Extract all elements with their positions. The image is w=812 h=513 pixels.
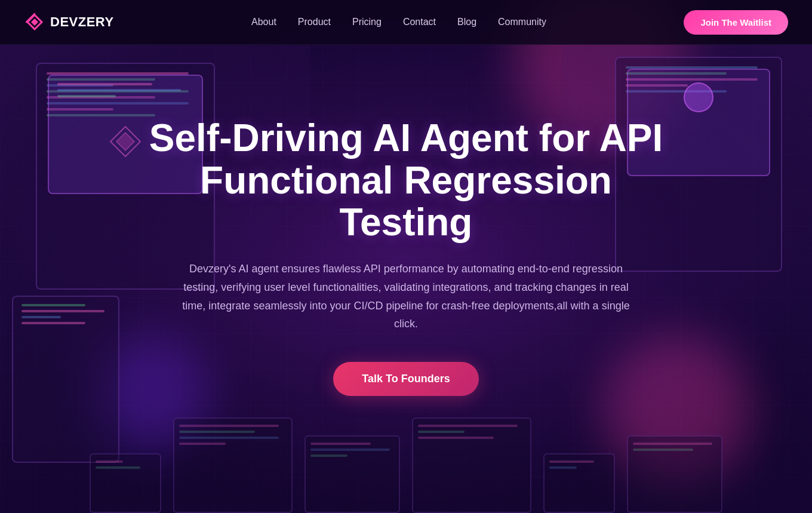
logo[interactable]: DEVZERY xyxy=(24,11,114,33)
nav-link-pricing[interactable]: Pricing xyxy=(352,17,382,27)
join-waitlist-button[interactable]: Join The Waitlist xyxy=(684,10,788,35)
nav-link-community[interactable]: Community xyxy=(498,17,546,27)
navbar: DEVZERY About Product Pricing Contact Bl… xyxy=(0,0,812,45)
nav-link-about[interactable]: About xyxy=(251,17,276,27)
monitor-row xyxy=(0,394,812,513)
talk-to-founders-button[interactable]: Talk To Founders xyxy=(333,362,478,396)
monitor-small-1 xyxy=(90,453,161,513)
logo-text: DEVZERY xyxy=(50,14,114,30)
monitor-medium-2 xyxy=(627,435,722,513)
hero-section: Self-Driving AI Agent for API Functional… xyxy=(0,0,812,513)
monitor-large-2 xyxy=(412,417,531,513)
nav-link-product[interactable]: Product xyxy=(298,17,331,27)
hero-content: Self-Driving AI Agent for API Functional… xyxy=(137,117,675,396)
nav-link-blog[interactable]: Blog xyxy=(457,17,476,27)
monitor-medium-1 xyxy=(304,435,400,513)
logo-icon xyxy=(24,11,45,33)
hero-subtitle: Devzery's AI agent ensures flawless API … xyxy=(173,260,639,333)
nav-link-contact[interactable]: Contact xyxy=(403,17,436,27)
monitor-large-1 xyxy=(173,417,293,513)
hero-title: Self-Driving AI Agent for API Functional… xyxy=(137,117,675,243)
monitor-small-2 xyxy=(543,453,615,513)
nav-links: About Product Pricing Contact Blog Commu… xyxy=(251,17,546,27)
